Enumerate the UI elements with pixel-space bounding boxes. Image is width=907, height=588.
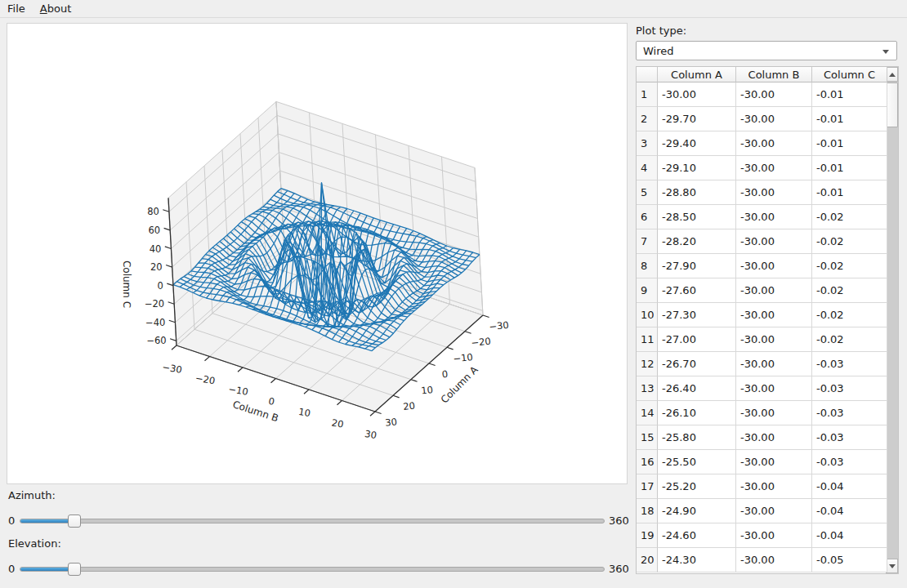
table-cell[interactable]: -30.00 — [736, 278, 812, 303]
y-tick-label: −10 — [453, 351, 474, 364]
x-tick-label: 10 — [297, 406, 311, 419]
table-cell[interactable]: -25.20 — [658, 474, 736, 499]
table-cell[interactable]: -24.30 — [658, 548, 736, 572]
z-tick-label: −20 — [145, 298, 164, 310]
table-cell[interactable]: -0.01 — [812, 180, 887, 205]
table-cell[interactable]: -0.01 — [812, 107, 887, 131]
table-cell[interactable]: -0.03 — [812, 401, 887, 425]
table-cell[interactable]: -0.04 — [812, 523, 887, 548]
table-cell[interactable]: -0.03 — [812, 450, 887, 474]
application-window: { "menu": { "items": [ {"label": "File",… — [0, 0, 907, 588]
table-cell[interactable]: -29.40 — [658, 131, 736, 156]
scroll-up-icon — [889, 73, 896, 77]
plot-type-value: Wired — [643, 45, 674, 57]
z-tick-label: 60 — [149, 225, 161, 236]
table-scrollbar[interactable] — [886, 67, 898, 573]
table-cell[interactable]: -27.00 — [658, 327, 736, 352]
table-cell[interactable]: -0.01 — [812, 82, 887, 107]
scroll-up-button[interactable] — [886, 67, 898, 82]
table-cell[interactable]: -30.00 — [736, 523, 812, 548]
table-cell[interactable]: -0.04 — [812, 499, 887, 523]
table-cell[interactable]: -30.00 — [736, 401, 812, 425]
table-cell[interactable]: -30.00 — [736, 107, 812, 131]
grid-line — [429, 363, 436, 366]
table-row: 16-25.50-30.00-0.03 — [637, 450, 887, 474]
table-cell[interactable]: -30.00 — [736, 156, 812, 180]
table-cell[interactable]: -30.00 — [736, 548, 812, 572]
table-cell[interactable]: -28.80 — [658, 180, 736, 205]
table-cell[interactable]: -0.02 — [812, 278, 887, 303]
row-number-cell: 5 — [637, 180, 658, 205]
table-cell[interactable]: -30.00 — [736, 327, 812, 352]
table-cell[interactable]: -26.70 — [658, 352, 736, 376]
scroll-down-button[interactable] — [886, 559, 898, 573]
z-tick-label: 0 — [158, 280, 163, 292]
table-cell[interactable]: -27.30 — [658, 303, 736, 327]
table-cell[interactable]: -29.70 — [658, 107, 736, 131]
table-cell[interactable]: -30.00 — [736, 303, 812, 327]
table-cell[interactable]: -30.00 — [736, 205, 812, 229]
column-header-a[interactable]: Column A — [658, 67, 736, 82]
table-cell[interactable]: -30.00 — [736, 499, 812, 523]
plot-canvas[interactable]: −30−20−100102030−30−20−10010203080604020… — [7, 23, 628, 484]
table-cell[interactable]: -0.01 — [812, 131, 887, 156]
table-cell[interactable]: -0.03 — [812, 376, 887, 401]
table-cell[interactable]: -28.50 — [658, 205, 736, 229]
table-cell[interactable]: -30.00 — [736, 180, 812, 205]
table-cell[interactable]: -30.00 — [736, 254, 812, 278]
table-cell[interactable]: -25.50 — [658, 450, 736, 474]
table-cell[interactable]: -30.00 — [736, 376, 812, 401]
azimuth-slider[interactable] — [20, 519, 605, 523]
table-cell[interactable]: -30.00 — [736, 82, 812, 107]
elevation-slider-handle[interactable] — [68, 563, 81, 576]
table-cell[interactable]: -30.00 — [736, 131, 812, 156]
table-row: 10-27.30-30.00-0.02 — [637, 303, 887, 327]
azimuth-slider-handle[interactable] — [68, 514, 81, 528]
scrollbar-thumb[interactable] — [886, 82, 898, 127]
table-cell[interactable]: -28.20 — [658, 229, 736, 254]
table-cell[interactable]: -0.03 — [812, 425, 887, 450]
table-cell[interactable]: -24.90 — [658, 499, 736, 523]
table-cell[interactable]: -30.00 — [736, 229, 812, 254]
table-cell[interactable]: -26.40 — [658, 376, 736, 401]
table-corner-cell[interactable] — [637, 67, 658, 82]
table-cell[interactable]: -27.60 — [658, 278, 736, 303]
menu-item-file[interactable]: File — [0, 1, 33, 16]
grid-line — [168, 302, 175, 305]
table-cell[interactable]: -24.60 — [658, 523, 736, 548]
row-number-cell: 3 — [637, 131, 658, 156]
table-cell[interactable]: -27.90 — [658, 254, 736, 278]
grid-line — [172, 345, 176, 350]
table-cell[interactable]: -0.01 — [812, 156, 887, 180]
grid-line — [375, 412, 382, 414]
table-cell[interactable]: -0.04 — [812, 474, 887, 499]
table-header-row: Column AColumn BColumn C — [637, 67, 887, 82]
row-number-cell: 10 — [637, 303, 658, 327]
table-cell[interactable]: -30.00 — [658, 82, 736, 107]
table-cell[interactable]: -0.02 — [812, 327, 887, 352]
table-cell[interactable]: -25.80 — [658, 425, 736, 450]
table-cell[interactable]: -30.00 — [736, 352, 812, 376]
table-row: 3-29.40-30.00-0.01 — [637, 131, 887, 156]
elevation-slider[interactable] — [20, 567, 605, 572]
table-cell[interactable]: -0.05 — [812, 548, 887, 572]
table-cell[interactable]: -30.00 — [736, 450, 812, 474]
plot-type-dropdown[interactable]: Wired — [636, 41, 897, 60]
column-header-b[interactable]: Column B — [736, 67, 812, 82]
table-cell[interactable]: -30.00 — [736, 425, 812, 450]
table-cell[interactable]: -0.02 — [812, 254, 887, 278]
table-cell[interactable]: -30.00 — [736, 474, 812, 499]
table-cell[interactable]: -0.02 — [812, 303, 887, 327]
table-cell[interactable]: -26.10 — [658, 401, 736, 425]
elevation-label: Elevation: — [8, 537, 61, 550]
table-cell[interactable]: -29.10 — [658, 156, 736, 180]
table-row: 20-24.30-30.00-0.05 — [637, 548, 887, 572]
column-header-c[interactable]: Column C — [812, 67, 887, 82]
menu-item-about[interactable]: About — [33, 1, 79, 16]
table-row: 17-25.20-30.00-0.04 — [637, 474, 887, 499]
table-row: 1-30.00-30.00-0.01 — [637, 82, 887, 107]
table-cell[interactable]: -0.03 — [812, 352, 887, 376]
table-cell[interactable]: -0.02 — [812, 205, 887, 229]
table-row: 7-28.20-30.00-0.02 — [637, 229, 887, 254]
table-cell[interactable]: -0.02 — [812, 229, 887, 254]
